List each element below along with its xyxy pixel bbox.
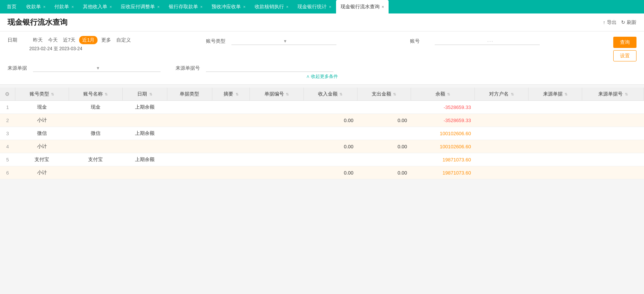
date-shortcut-近7天[interactable]: 近7天 (62, 36, 77, 44)
top-nav: 首页 收款单×付款单×其他收入单×应收应付调整单×银行存取款单×预收冲应收单×收… (0, 0, 644, 13)
close-tab-icon[interactable]: × (286, 4, 288, 9)
col-header-counterpart[interactable]: 对方户名 ⇅ (475, 88, 528, 101)
col-header-date[interactable]: 日期 ⇅ (122, 88, 167, 101)
col-header-expense[interactable]: 支出金额 ⇅ (357, 88, 411, 101)
date-shortcut-自定义[interactable]: 自定义 (115, 36, 132, 44)
sort-icon: ⇅ (447, 92, 450, 96)
nav-tab-收款核销执行[interactable]: 收款核销执行× (250, 0, 293, 13)
cell-source_doc (528, 166, 582, 179)
source-doc-num-input[interactable] (207, 65, 332, 71)
row-number: 2 (0, 114, 15, 127)
data-table: ⚙账号类型 ⇅账号名称 ⇅日期 ⇅单据类型摘要 ⇅单据编号 ⇅收入金额 ⇅支出金… (0, 88, 644, 179)
col-header-account_name[interactable]: 账号名称 ⇅ (69, 88, 122, 101)
cell-doc_num (250, 114, 303, 127)
nav-home[interactable]: 首页 (2, 0, 22, 13)
date-range-display: 2023-02-24 至 2023-03-24 (29, 46, 132, 52)
cell-income: 0.00 (303, 166, 357, 179)
col-header-balance[interactable]: 余额 ⇅ (411, 88, 474, 101)
date-shortcut-近1月[interactable]: 近1月 (79, 36, 98, 44)
close-tab-icon[interactable]: × (382, 4, 384, 9)
account-dots-icon[interactable]: ··· (487, 38, 538, 44)
sort-icon: ⇅ (393, 92, 396, 96)
nav-tab-银行存取款单[interactable]: 银行存取款单× (164, 0, 207, 13)
table-header: ⚙账号类型 ⇅账号名称 ⇅日期 ⇅单据类型摘要 ⇅单据编号 ⇅收入金额 ⇅支出金… (0, 88, 644, 101)
cell-balance: 100102606.60 (411, 127, 474, 140)
source-doc-num-field[interactable] (206, 64, 333, 72)
settings-button[interactable]: 设置 (613, 50, 636, 61)
nav-tab-收款单[interactable]: 收款单× (22, 0, 50, 13)
nav-tab-预收冲应收单[interactable]: 预收冲应收单× (207, 0, 250, 13)
sort-icon: ⇅ (51, 92, 54, 96)
cell-balance: 19871073.60 (411, 153, 474, 166)
row-number: 1 (0, 101, 15, 114)
cell-source_doc (528, 140, 582, 153)
cell-account_type: 小计 (15, 166, 69, 179)
cell-counterpart (475, 114, 528, 127)
cell-summary (212, 101, 250, 114)
col-header-summary[interactable]: 摘要 ⇅ (212, 88, 250, 101)
close-tab-icon[interactable]: × (243, 4, 245, 9)
nav-tab-应收应付调整单[interactable]: 应收应付调整单× (116, 0, 164, 13)
cell-account_name: 现金 (69, 101, 122, 114)
gear-icon[interactable]: ⚙ (5, 91, 10, 97)
date-shortcut-昨天[interactable]: 昨天 (32, 36, 44, 44)
cell-source_doc_num (582, 127, 644, 140)
table-row: 4小计0.000.00100102606.60 (0, 140, 644, 153)
table-row: 5支付宝支付宝上期余额19871073.60 (0, 153, 644, 166)
col-header-income[interactable]: 收入金额 ⇅ (303, 88, 357, 101)
cell-doc_type (167, 114, 212, 127)
account-field[interactable]: ··· (435, 37, 540, 45)
cell-expense: 0.00 (357, 166, 411, 179)
cell-doc_num (250, 127, 303, 140)
col-header-account_type[interactable]: 账号类型 ⇅ (15, 88, 69, 101)
nav-tab-其他收入单[interactable]: 其他收入单× (78, 0, 116, 13)
col-header-source_doc[interactable]: 来源单据 ⇅ (528, 88, 582, 101)
close-tab-icon[interactable]: × (71, 4, 74, 9)
nav-tab-付款单[interactable]: 付款单× (50, 0, 78, 13)
close-tab-icon[interactable]: × (329, 4, 331, 9)
source-doc-select[interactable]: ▾ (33, 64, 161, 72)
sort-icon: ⇅ (286, 92, 289, 96)
table-container: ⚙账号类型 ⇅账号名称 ⇅日期 ⇅单据类型摘要 ⇅单据编号 ⇅收入金额 ⇅支出金… (0, 88, 644, 179)
table-row: 3微信微信上期余额100102606.60 (0, 127, 644, 140)
close-tab-icon[interactable]: × (43, 4, 45, 9)
col-header-doc_type: 单据类型 (167, 88, 212, 101)
cell-income: 0.00 (303, 114, 357, 127)
date-shortcut-更多[interactable]: 更多 (100, 36, 113, 44)
cell-summary (212, 153, 250, 166)
date-shortcut-今天[interactable]: 今天 (47, 36, 59, 44)
cell-source_doc_num (582, 140, 644, 153)
close-tab-icon[interactable]: × (157, 4, 159, 9)
cell-source_doc (528, 127, 582, 140)
col-header-source_doc_num[interactable]: 来源单据号 ⇅ (582, 88, 644, 101)
nav-tab-现金银行统计[interactable]: 现金银行统计× (293, 0, 336, 13)
query-button[interactable]: 查询 (613, 37, 636, 48)
account-type-select[interactable]: ▾ (231, 37, 336, 45)
close-tab-icon[interactable]: × (200, 4, 203, 9)
collapse-bar[interactable]: ∧ 收起更多条件 (8, 72, 636, 82)
export-icon: ↑ (603, 19, 606, 25)
sort-icon: ⇅ (339, 92, 342, 96)
cell-account_name: 支付宝 (69, 153, 122, 166)
col-header-doc_num[interactable]: 单据编号 ⇅ (250, 88, 303, 101)
nav-tab-现金银行流水查询[interactable]: 现金银行流水查询× (336, 0, 389, 13)
cell-summary (212, 166, 250, 179)
source-doc-arrow[interactable]: ▾ (97, 65, 159, 71)
refresh-button[interactable]: ↻ 刷新 (621, 19, 636, 26)
filter-area: 日期 昨天今天近7天近1月更多自定义 2023-02-24 至 2023-03-… (0, 31, 644, 85)
row-number: 6 (0, 166, 15, 179)
sort-icon: ⇅ (511, 92, 514, 96)
header-actions: ↑ 导出 ↻ 刷新 (603, 19, 637, 26)
cell-doc_type (167, 127, 212, 140)
export-button[interactable]: ↑ 导出 (603, 19, 617, 26)
cell-date (122, 114, 167, 127)
cell-date: 上期余额 (122, 153, 167, 166)
close-tab-icon[interactable]: × (110, 4, 112, 9)
cell-doc_type (167, 166, 212, 179)
cell-doc_num (250, 153, 303, 166)
collapse-icon: ∧ (306, 74, 310, 79)
account-type-arrow[interactable]: ▾ (284, 38, 335, 44)
cell-income (303, 127, 357, 140)
page-header: 现金银行流水查询 ↑ 导出 ↻ 刷新 (0, 13, 644, 31)
cell-doc_num (250, 140, 303, 153)
